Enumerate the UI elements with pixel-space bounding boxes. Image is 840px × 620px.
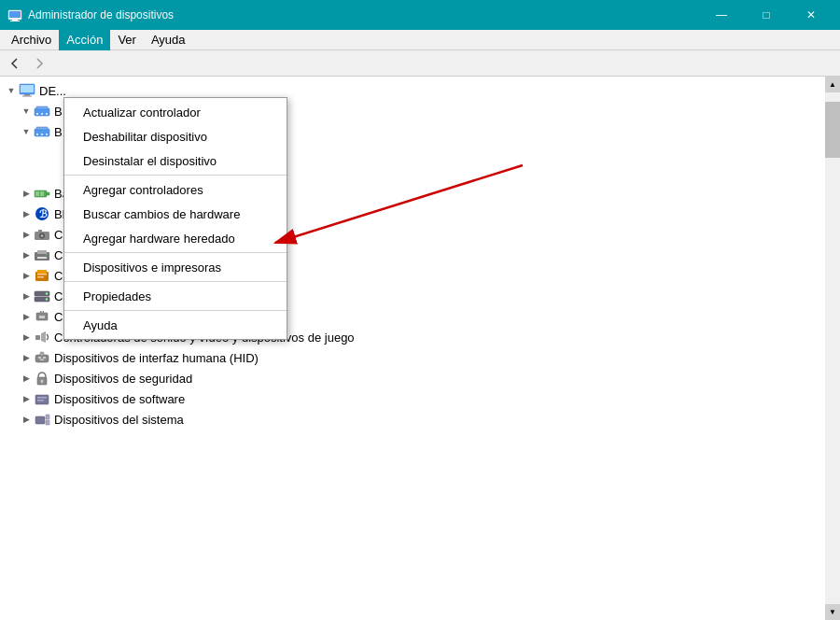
svg-rect-14 (36, 127, 48, 130)
menu-propiedades[interactable]: Propiedades (64, 284, 287, 308)
expander-hid[interactable]: ▶ (19, 350, 34, 365)
icon-root (19, 82, 35, 99)
svg-point-49 (46, 298, 48, 300)
menu-agregar-heredado[interactable]: Agregar hardware heredado (64, 226, 287, 250)
expander-sistema[interactable]: ▶ (19, 412, 34, 427)
menu-accion[interactable]: Acción (59, 30, 110, 50)
svg-point-41 (46, 254, 48, 256)
expander-root[interactable]: ▼ (4, 83, 19, 98)
svg-point-48 (46, 292, 48, 294)
close-button[interactable]: ✕ (790, 0, 833, 30)
svg-rect-52 (40, 311, 42, 314)
maximize-button[interactable]: □ (745, 0, 788, 30)
svg-rect-37 (38, 230, 42, 232)
minimize-button[interactable]: — (700, 0, 743, 30)
tree-item-sistema[interactable]: ▶ Dispositivos del sistema (0, 409, 825, 430)
tree-label-sistema: Dispositivos del sistema (54, 413, 184, 427)
tree-item-hid[interactable]: ▶ Dispositivos de interfaz humana (HID) (0, 347, 825, 368)
menu-actualizar-controlador[interactable]: Actualizar controlador (64, 100, 287, 124)
svg-rect-67 (46, 415, 49, 419)
svg-rect-57 (43, 357, 46, 359)
expander-net1[interactable]: ▼ (19, 104, 34, 119)
icon-net2 (34, 123, 50, 140)
expander-sonido[interactable]: ▶ (19, 330, 34, 345)
scrollbar[interactable]: ▲ ▼ (825, 77, 840, 620)
sep3 (64, 281, 287, 282)
svg-rect-62 (41, 381, 42, 384)
icon-software-dev (34, 390, 50, 407)
icon-almac (34, 288, 50, 304)
svg-rect-31 (40, 191, 44, 196)
svg-rect-53 (43, 311, 45, 314)
icon-seguridad (34, 370, 50, 387)
menu-desinstalar-dispositivo[interactable]: Desinstalar el dispositivo (64, 148, 287, 173)
tree-label-seguridad: Dispositivos de seguridad (54, 372, 192, 386)
tree-label-root: DE... (39, 84, 66, 98)
svg-rect-68 (46, 420, 49, 425)
tree-label-hid: Dispositivos de interfaz humana (HID) (54, 351, 259, 365)
svg-rect-66 (35, 416, 45, 424)
svg-point-10 (36, 113, 38, 115)
menu-buscar-cambios[interactable]: Buscar cambios de hardware (64, 202, 287, 226)
menu-ver[interactable]: Ver (110, 30, 144, 50)
svg-rect-7 (22, 96, 32, 97)
menu-ayuda[interactable]: Ayuda (144, 30, 193, 50)
expander-bluetooth[interactable]: ▶ (19, 206, 34, 221)
expander-software[interactable]: ▶ (19, 391, 34, 406)
sep4 (64, 310, 287, 311)
icon-hid (34, 349, 50, 366)
svg-rect-54 (35, 335, 40, 340)
svg-rect-29 (47, 192, 49, 195)
expander-baterias[interactable]: ▶ (19, 186, 34, 201)
scrollbar-track[interactable] (825, 92, 840, 604)
window-title: Administrador de dispositivos (28, 8, 700, 21)
toolbar (0, 50, 840, 77)
menu-deshabilitar-dispositivo[interactable]: Deshabilitar dispositivo (64, 124, 287, 148)
expander-componentes[interactable]: ▶ (19, 268, 34, 283)
back-button[interactable] (4, 52, 26, 75)
svg-rect-3 (10, 21, 20, 21)
tree-label-software-dev: Dispositivos de software (54, 392, 185, 406)
scrollbar-thumb[interactable] (825, 102, 840, 158)
tree-item-softeware[interactable]: ▶ Dispositivos de software (0, 388, 825, 409)
menu-ayuda-dropdown[interactable]: Ayuda (64, 313, 287, 337)
svg-rect-39 (37, 250, 47, 254)
icon-baterias (34, 185, 50, 202)
svg-rect-56 (38, 357, 41, 359)
forward-button[interactable] (28, 52, 50, 75)
svg-point-12 (46, 113, 48, 115)
svg-rect-1 (9, 11, 21, 18)
tree-item-seguridad[interactable]: ▶ Dispositivos de seguridad (0, 368, 825, 388)
expander-camaras[interactable]: ▶ (19, 227, 34, 242)
expander-seguridad[interactable]: ▶ (19, 371, 34, 386)
svg-rect-51 (39, 316, 45, 318)
menu-agregar-controladores[interactable]: Agregar controladores (64, 177, 287, 202)
menu-archivo[interactable]: Archivo (4, 30, 59, 50)
sep2 (64, 252, 287, 253)
icon-net1 (34, 103, 50, 120)
svg-rect-40 (37, 257, 47, 259)
expander-almac[interactable]: ▶ (19, 289, 34, 303)
svg-rect-9 (36, 106, 48, 109)
svg-point-16 (41, 134, 43, 135)
svg-rect-64 (37, 397, 47, 399)
expander-net2[interactable]: ▼ (19, 124, 34, 139)
expander-bus[interactable]: ▶ (19, 309, 34, 324)
expander-colas[interactable]: ▶ (19, 247, 34, 262)
svg-text:ℬ: ℬ (39, 208, 48, 219)
svg-rect-44 (37, 274, 47, 275)
icon-bus (34, 308, 50, 325)
svg-rect-2 (12, 20, 18, 21)
scrollbar-up[interactable]: ▲ (825, 77, 840, 92)
svg-rect-43 (37, 270, 47, 274)
scrollbar-down[interactable]: ▼ (825, 604, 840, 620)
app-icon (7, 7, 22, 22)
svg-rect-58 (40, 359, 44, 361)
accion-dropdown: Actualizar controlador Deshabilitar disp… (63, 97, 287, 340)
menu-dispositivos-impresoras[interactable]: Dispositivos e impresoras (64, 255, 287, 279)
icon-sonido (34, 329, 50, 345)
icon-componentes (34, 267, 50, 284)
main-content: ▼ DE... ▼ (0, 77, 840, 620)
sep1 (64, 175, 287, 176)
icon-bluetooth: ℬ (34, 205, 50, 222)
